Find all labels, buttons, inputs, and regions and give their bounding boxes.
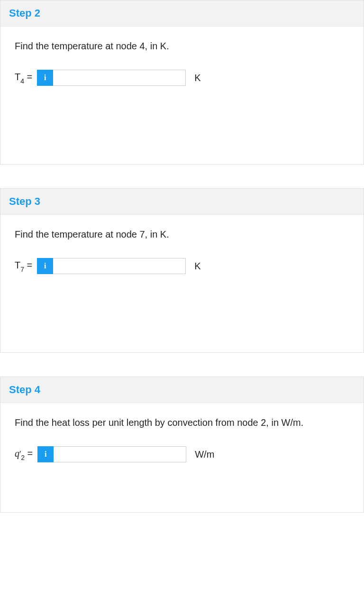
input-row: T4 = i K bbox=[15, 70, 349, 86]
step-prompt: Find the heat loss per unit length by co… bbox=[15, 417, 349, 428]
unit-label: K bbox=[194, 73, 200, 83]
step-header: Step 4 bbox=[0, 377, 364, 403]
step-block-3: Step 3 Find the temperature at node 7, i… bbox=[0, 188, 364, 353]
step-block-2: Step 2 Find the temperature at node 4, i… bbox=[0, 0, 364, 165]
step-prompt: Find the temperature at node 4, in K. bbox=[15, 41, 349, 52]
step-block-4: Step 4 Find the heat loss per unit lengt… bbox=[0, 377, 364, 513]
answer-input-q2[interactable] bbox=[54, 446, 186, 462]
step-prompt: Find the temperature at node 7, in K. bbox=[15, 229, 349, 240]
step-header: Step 3 bbox=[0, 189, 364, 215]
input-row: T7 = i K bbox=[15, 258, 349, 274]
step-header: Step 2 bbox=[0, 0, 364, 27]
step-body: Find the heat loss per unit length by co… bbox=[0, 403, 364, 512]
variable-label-q2: q′2 = bbox=[15, 448, 33, 460]
info-icon[interactable]: i bbox=[37, 258, 53, 274]
input-row: q′2 = i W/m bbox=[15, 446, 349, 462]
variable-label-t7: T7 = bbox=[15, 260, 32, 272]
unit-label: K bbox=[194, 261, 200, 272]
step-body: Find the temperature at node 4, in K. T4… bbox=[0, 27, 364, 164]
step-body: Find the temperature at node 7, in K. T7… bbox=[0, 215, 364, 352]
answer-input-t7[interactable] bbox=[53, 258, 186, 274]
variable-label-t4: T4 = bbox=[15, 72, 32, 84]
info-icon[interactable]: i bbox=[37, 446, 54, 462]
answer-input-t4[interactable] bbox=[53, 70, 186, 86]
info-icon[interactable]: i bbox=[37, 70, 53, 86]
unit-label: W/m bbox=[195, 449, 214, 460]
